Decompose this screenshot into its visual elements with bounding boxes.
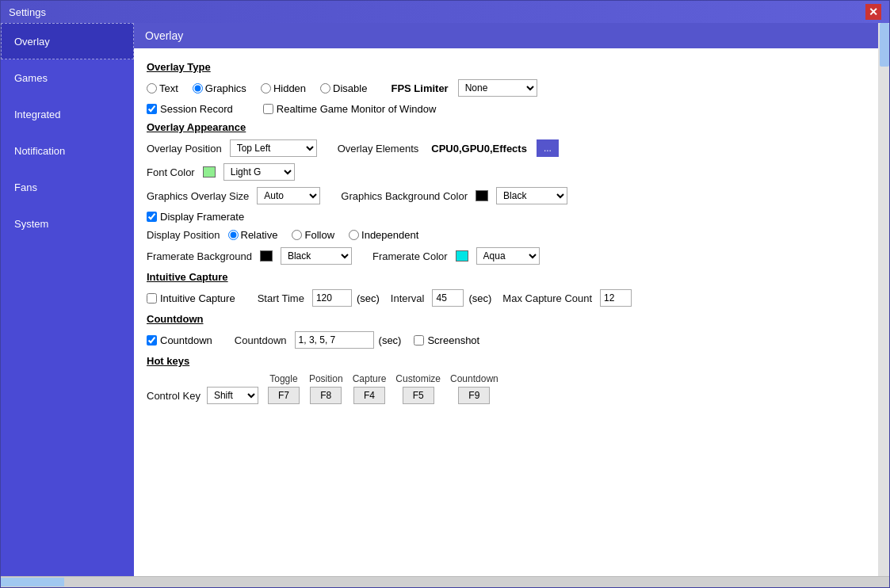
framerate-bg-label: Framerate Background — [147, 250, 252, 262]
interval-input[interactable] — [432, 289, 464, 307]
relative-radio[interactable] — [228, 230, 239, 240]
radio-disable-label[interactable]: Disable — [320, 82, 367, 94]
countdown-hotkey-label: Countdown — [450, 373, 498, 384]
toggle-hotkey-input[interactable] — [268, 387, 300, 404]
interval-unit: (sec) — [468, 292, 491, 304]
display-framerate-check-label[interactable]: Display Framerate — [147, 211, 244, 223]
start-time-input[interactable] — [312, 289, 352, 307]
toggle-hotkey-group: Toggle — [268, 373, 300, 404]
position-label: Position — [309, 373, 343, 384]
title-bar: Settings ✕ — [1, 1, 889, 23]
countdown-checkbox[interactable] — [147, 335, 157, 346]
section-overlay-type: Overlay Type — [147, 61, 865, 73]
capture-hotkey-group: Capture — [353, 373, 387, 404]
capture-hotkey-input[interactable] — [353, 387, 385, 404]
overlay-position-row: Overlay Position Top Left Overlay Elemen… — [147, 139, 865, 157]
graphics-bg-color-select[interactable]: Black — [496, 187, 567, 204]
radio-graphics[interactable] — [193, 83, 203, 94]
customize-hotkey-input[interactable] — [403, 387, 434, 404]
fps-limiter-label: FPS Limiter — [391, 82, 448, 94]
max-capture-input[interactable] — [600, 289, 632, 307]
hotkeys-row: Control Key Shift Toggle Position — [147, 373, 865, 404]
radio-hidden-label[interactable]: Hidden — [261, 82, 306, 94]
graphics-bg-color-label: Graphics Background Color — [341, 190, 468, 202]
overlay-elements-button[interactable]: ... — [537, 139, 559, 157]
overlay-type-radios-row: Text Graphics Hidden Disable FPS Limit — [147, 79, 865, 97]
radio-disable[interactable] — [320, 83, 330, 94]
start-time-label: Start Time — [258, 292, 304, 304]
intuitive-capture-check-label[interactable]: Intuitive Capture — [147, 292, 235, 304]
countdown-input[interactable] — [295, 331, 374, 349]
radio-text[interactable] — [147, 83, 157, 94]
sidebar-item-fans[interactable]: Fans — [1, 169, 134, 205]
max-capture-label: Max Capture Count — [502, 292, 592, 304]
display-framerate-checkbox[interactable] — [147, 212, 157, 222]
control-key-label: Control Key — [147, 390, 201, 402]
follow-radio-label[interactable]: Follow — [292, 229, 334, 241]
radio-text-label[interactable]: Text — [147, 82, 178, 94]
session-record-check-label[interactable]: Session Record — [147, 103, 233, 115]
section-hotkeys: Hot keys — [147, 355, 865, 367]
section-overlay-appearance: Overlay Appearance — [147, 121, 865, 133]
customize-label: Customize — [395, 373, 441, 384]
toggle-label: Toggle — [269, 373, 297, 384]
radio-hidden[interactable] — [261, 83, 271, 94]
sidebar-item-notification[interactable]: Notification — [1, 132, 134, 169]
screenshot-check-label[interactable]: Screenshot — [414, 334, 479, 346]
framerate-bg-row: Framerate Background Black Framerate Col… — [147, 247, 865, 265]
session-record-row: Session Record Realtime Game Monitor of … — [147, 103, 865, 115]
framerate-color-select[interactable]: Aqua — [476, 247, 540, 265]
sidebar-item-integrated[interactable]: Integrated — [1, 96, 134, 132]
countdown-hotkey-group: Countdown — [450, 373, 498, 404]
sidebar-item-games[interactable]: Games — [1, 59, 134, 96]
countdown-unit: (sec) — [379, 334, 402, 346]
panel-header: Overlay — [134, 23, 878, 48]
screenshot-checkbox[interactable] — [414, 335, 424, 346]
framerate-bg-select[interactable]: Black — [281, 247, 352, 265]
close-button[interactable]: ✕ — [865, 4, 881, 20]
realtime-game-monitor-label[interactable]: Realtime Game Monitor of Window — [263, 103, 437, 115]
bottom-scrollbar[interactable] — [1, 576, 889, 587]
capture-label: Capture — [353, 373, 387, 384]
overlay-position-label: Overlay Position — [147, 143, 222, 155]
fps-limiter-select[interactable]: None — [458, 79, 537, 97]
countdown-hotkey-input[interactable] — [458, 387, 490, 404]
graphics-bg-color-swatch — [476, 190, 488, 201]
realtime-game-monitor-checkbox[interactable] — [263, 104, 273, 114]
relative-radio-label[interactable]: Relative — [228, 229, 278, 241]
settings-window: Settings ✕ Overlay Games Integrated Noti… — [0, 0, 890, 588]
framerate-bg-swatch — [260, 250, 273, 262]
overlay-position-select[interactable]: Top Left — [230, 139, 317, 157]
scroll-thumb[interactable] — [880, 23, 889, 67]
display-position-label: Display Position — [147, 229, 220, 241]
countdown-row: Countdown Countdown (sec) Screenshot — [147, 331, 865, 349]
sidebar-item-overlay[interactable]: Overlay — [1, 23, 134, 59]
font-color-label: Font Color — [147, 166, 195, 178]
section-countdown: Countdown — [147, 313, 865, 325]
main-content: Overlay Games Integrated Notification Fa… — [1, 23, 889, 576]
follow-radio[interactable] — [292, 230, 302, 240]
font-color-select[interactable]: Light G — [223, 163, 295, 181]
font-color-row: Font Color Light G — [147, 163, 865, 181]
independent-radio-label[interactable]: Independent — [349, 229, 418, 241]
session-record-checkbox[interactable] — [147, 104, 157, 114]
sidebar-item-system[interactable]: System — [1, 205, 134, 242]
independent-radio[interactable] — [349, 230, 359, 240]
control-key-select[interactable]: Shift — [207, 387, 258, 404]
bottom-scroll-thumb[interactable] — [1, 578, 64, 586]
right-panel: Overlay Overlay Type Text Graphics — [134, 23, 878, 576]
countdown-check-label[interactable]: Countdown — [147, 334, 212, 346]
framerate-color-swatch — [456, 250, 468, 262]
graphics-overlay-size-select[interactable]: Auto — [257, 187, 320, 204]
start-time-unit: (sec) — [357, 292, 380, 304]
position-hotkey-input[interactable] — [310, 387, 342, 404]
window-title: Settings — [9, 6, 46, 18]
radio-graphics-label[interactable]: Graphics — [193, 82, 246, 94]
display-framerate-row: Display Framerate — [147, 211, 865, 223]
scrollbar[interactable] — [878, 23, 889, 576]
intuitive-capture-checkbox[interactable] — [147, 293, 157, 304]
overlay-elements-label: Overlay Elements — [338, 143, 419, 155]
overlay-elements-value: CPU0,GPU0,Effects — [431, 143, 527, 155]
panel-body: Overlay Type Text Graphics Hidden — [134, 48, 878, 576]
section-intuitive-capture: Intuitive Capture — [147, 271, 865, 283]
